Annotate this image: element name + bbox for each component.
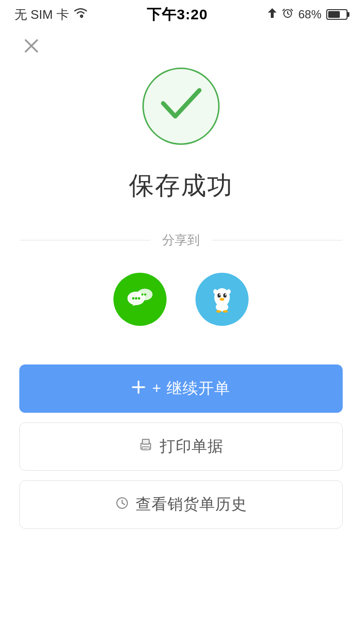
svg-point-11	[138, 297, 140, 299]
svg-rect-28	[142, 439, 149, 444]
close-button[interactable]	[19, 34, 43, 58]
wechat-share-button[interactable]	[113, 273, 167, 326]
history-label: 查看销货单历史	[136, 494, 247, 515]
clock-icon	[115, 496, 129, 513]
svg-point-18	[225, 294, 226, 295]
svg-point-23	[213, 289, 217, 294]
status-bar: 无 SIM 卡 下午3:20 68%	[0, 0, 362, 29]
plus-icon	[132, 380, 145, 397]
history-button[interactable]: 查看销货单历史	[19, 480, 343, 529]
svg-point-12	[141, 293, 143, 295]
svg-point-9	[132, 297, 134, 299]
divider-right	[211, 240, 343, 240]
success-title: 保存成功	[129, 169, 233, 203]
svg-point-22	[223, 310, 228, 312]
qq-share-button[interactable]	[195, 273, 249, 326]
checkmark-icon	[161, 86, 202, 126]
share-icons-row	[113, 273, 249, 326]
svg-point-17	[219, 294, 221, 295]
svg-line-3	[283, 9, 284, 11]
svg-point-10	[135, 297, 137, 299]
success-icon-circle	[142, 68, 220, 145]
location-icon	[267, 8, 277, 21]
svg-point-16	[223, 293, 226, 297]
print-label: 打印单据	[160, 436, 223, 457]
status-right: 68%	[267, 7, 348, 22]
continue-label: + 继续开单	[152, 378, 230, 399]
svg-point-19	[220, 298, 224, 301]
print-button[interactable]: 打印单据	[19, 422, 343, 471]
wifi-icon	[74, 8, 87, 21]
main-content: 保存成功 分享到	[0, 29, 362, 529]
status-left: 无 SIM 卡	[14, 6, 87, 23]
svg-line-34	[122, 503, 125, 504]
carrier-text: 无 SIM 卡	[14, 6, 69, 23]
svg-point-20	[216, 303, 228, 311]
battery-icon	[326, 9, 348, 20]
status-time: 下午3:20	[147, 5, 208, 25]
battery-percentage: 68%	[298, 8, 321, 21]
svg-point-15	[217, 293, 221, 297]
svg-point-13	[144, 293, 146, 295]
svg-line-2	[288, 14, 289, 14]
share-label: 分享到	[151, 232, 211, 249]
continue-button[interactable]: + 继续开单	[19, 364, 343, 413]
printer-icon	[139, 438, 153, 455]
share-section: 分享到	[0, 232, 362, 249]
divider-left	[19, 240, 151, 240]
alarm-icon	[282, 7, 293, 22]
svg-point-21	[216, 310, 221, 312]
svg-line-4	[291, 9, 292, 11]
svg-point-24	[227, 289, 231, 294]
action-buttons: + 继续开单 打印单据	[0, 364, 362, 529]
